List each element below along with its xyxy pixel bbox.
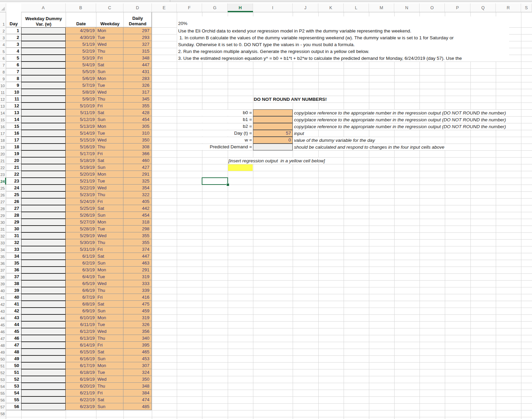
demand-cell[interactable]: 428 <box>123 109 152 116</box>
day-cell[interactable]: 17 <box>6 137 21 144</box>
dummy-cell[interactable] <box>21 369 66 376</box>
demand-cell[interactable]: 348 <box>123 383 152 390</box>
weekday-cell[interactable]: Sun <box>96 260 123 267</box>
coef-input-cell[interactable] <box>253 116 293 123</box>
dummy-cell[interactable] <box>21 390 66 396</box>
dummy-cell[interactable] <box>21 103 66 109</box>
row-header-19[interactable]: 19 <box>0 144 6 150</box>
weekday-cell[interactable]: Sun <box>96 212 123 219</box>
demand-cell[interactable]: 298 <box>123 226 152 232</box>
row-header-40[interactable]: 40 <box>0 287 6 294</box>
day-cell[interactable]: 10 <box>6 89 21 96</box>
row-header-46[interactable]: 46 <box>0 328 6 335</box>
weekday-cell[interactable]: Fri <box>96 342 123 349</box>
day-cell[interactable]: 45 <box>6 328 21 335</box>
dummy-cell[interactable] <box>21 27 66 34</box>
date-cell[interactable]: 5/9/19 <box>66 96 96 103</box>
row-header-52[interactable]: 52 <box>0 369 6 376</box>
dummy-cell[interactable] <box>21 109 66 116</box>
weekday-cell[interactable]: Sat <box>96 157 123 164</box>
demand-cell[interactable]: 319 <box>123 273 152 280</box>
weekday-cell[interactable]: Fri <box>96 150 123 157</box>
date-cell[interactable]: 6/18/19 <box>66 369 96 376</box>
date-cell[interactable]: 6/15/19 <box>66 349 96 355</box>
dummy-cell[interactable] <box>21 287 66 294</box>
dummy-cell[interactable] <box>21 164 66 171</box>
weekday-cell[interactable]: Tue <box>96 34 123 41</box>
weekday-cell[interactable]: Wed <box>96 41 123 48</box>
demand-cell[interactable]: 326 <box>123 321 152 328</box>
day-cell[interactable]: 31 <box>6 232 21 239</box>
dummy-cell[interactable] <box>21 349 66 355</box>
column-header-M[interactable]: M <box>369 3 394 12</box>
row-header-36[interactable]: 36 <box>0 260 6 267</box>
date-cell[interactable]: 6/1/19 <box>66 253 96 260</box>
date-cell[interactable]: 5/4/19 <box>66 62 96 68</box>
date-cell[interactable]: 5/12/19 <box>66 116 96 123</box>
day-cell[interactable]: 15 <box>6 123 21 130</box>
date-cell[interactable]: 6/14/19 <box>66 342 96 349</box>
weekday-cell[interactable]: Sun <box>96 68 123 75</box>
day-cell[interactable]: 56 <box>6 403 21 410</box>
dummy-cell[interactable] <box>21 144 66 150</box>
row-header-5[interactable]: 5 <box>0 48 6 55</box>
day-cell[interactable]: 54 <box>6 390 21 396</box>
row-header-9[interactable]: 9 <box>0 75 6 82</box>
date-cell[interactable]: 6/2/19 <box>66 260 96 267</box>
column-header-E[interactable]: E <box>152 3 177 12</box>
dummy-cell[interactable] <box>21 246 66 253</box>
dummy-cell[interactable] <box>21 403 66 410</box>
dummy-cell[interactable] <box>21 137 66 144</box>
weekday-cell[interactable]: Wed <box>96 232 123 239</box>
instruction-line[interactable]: Sunday. Otherwise it is set to 0. DO NOT… <box>178 41 355 48</box>
coef-input-cell[interactable]: 0 <box>253 137 293 144</box>
row-header-35[interactable]: 35 <box>0 253 6 260</box>
dummy-cell[interactable] <box>21 191 66 198</box>
dummy-cell[interactable] <box>21 328 66 335</box>
weekday-cell[interactable]: Thu <box>96 335 123 342</box>
demand-cell[interactable]: 395 <box>123 342 152 349</box>
weekday-cell[interactable]: Sat <box>96 62 123 68</box>
demand-cell[interactable]: 322 <box>123 191 152 198</box>
row-header-31[interactable]: 31 <box>0 226 6 232</box>
day-cell[interactable]: 41 <box>6 301 21 308</box>
column-header-A[interactable]: A <box>21 3 66 12</box>
demand-cell[interactable]: 453 <box>123 355 152 362</box>
column-header-Q[interactable]: Q <box>470 3 496 12</box>
date-cell[interactable]: 6/21/19 <box>66 390 96 396</box>
day-cell[interactable]: 48 <box>6 349 21 355</box>
date-cell[interactable]: 5/13/19 <box>66 123 96 130</box>
row-header-38[interactable]: 38 <box>0 273 6 280</box>
day-cell[interactable]: 53 <box>6 383 21 390</box>
dummy-cell[interactable] <box>21 41 66 48</box>
day-cell[interactable]: 7 <box>6 68 21 75</box>
day-cell[interactable]: 3 <box>6 41 21 48</box>
day-cell[interactable]: 51 <box>6 369 21 376</box>
weekday-cell[interactable]: Tue <box>96 369 123 376</box>
day-cell[interactable]: 9 <box>6 82 21 89</box>
weekday-cell[interactable]: Wed <box>96 185 123 191</box>
dummy-cell[interactable] <box>21 321 66 328</box>
row-header-51[interactable]: 51 <box>0 362 6 369</box>
demand-cell[interactable]: 463 <box>123 260 152 267</box>
demand-cell[interactable]: 293 <box>123 34 152 41</box>
demand-cell[interactable]: 340 <box>123 335 152 342</box>
dummy-cell[interactable] <box>21 123 66 130</box>
demand-cell[interactable]: 366 <box>123 150 152 157</box>
demand-cell[interactable]: 374 <box>123 246 152 253</box>
row-header-3[interactable]: 3 <box>0 34 6 41</box>
day-cell[interactable]: 39 <box>6 287 21 294</box>
row-header-37[interactable]: 37 <box>0 267 6 273</box>
demand-cell[interactable]: 454 <box>123 212 152 219</box>
date-cell[interactable]: 5/24/19 <box>66 198 96 205</box>
dummy-cell[interactable] <box>21 294 66 301</box>
date-cell[interactable]: 5/25/19 <box>66 205 96 212</box>
date-cell[interactable]: 5/30/19 <box>66 239 96 246</box>
demand-cell[interactable]: 318 <box>123 219 152 226</box>
row-header-12[interactable]: 12 <box>0 96 6 103</box>
day-cell[interactable]: 34 <box>6 253 21 260</box>
date-cell[interactable]: 5/21/19 <box>66 178 96 185</box>
day-cell[interactable]: 35 <box>6 260 21 267</box>
dummy-cell[interactable] <box>21 301 66 308</box>
day-cell[interactable]: 20 <box>6 157 21 164</box>
